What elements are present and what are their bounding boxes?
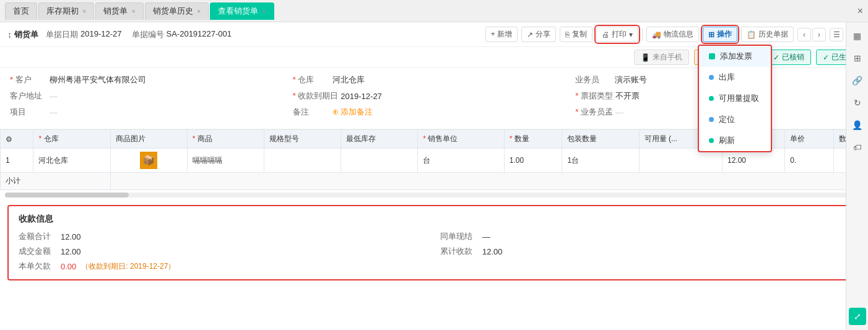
cell-unit: 台 <box>418 149 504 173</box>
new-button[interactable]: + 新增 <box>485 27 518 42</box>
refresh-icon <box>709 138 714 143</box>
horizontal-scrollbar[interactable] <box>5 193 863 198</box>
next-button[interactable]: › <box>812 28 826 41</box>
dropdown-add-invoice[interactable]: 添加发票 <box>699 46 771 67</box>
tab-inventory-init[interactable]: 库存期初 × <box>38 2 94 20</box>
col-product: 商品 <box>187 130 264 149</box>
cell-warehouse: 河北仓库 <box>33 149 110 173</box>
doc-header: ↕ 销货单 单据日期 2019-12-27 单据编号 SA-20191227-0… <box>0 22 868 47</box>
tab-sales-history[interactable]: 销货单历史 × <box>145 2 209 20</box>
sidebar-expand-icon[interactable]: ⤢ <box>849 308 866 325</box>
tab-view-sales-close[interactable]: × <box>262 7 266 15</box>
sidebar-layout2-icon[interactable]: ⊞ <box>849 50 866 67</box>
dropdown-menu: 添加发票 出库 可用量提取 定位 刷新 <box>698 45 772 152</box>
col-unit-price: 单价 <box>785 130 833 149</box>
col-spec: 规格型号 <box>264 130 341 149</box>
operate-button[interactable]: ⊞ 操作 <box>703 27 737 42</box>
operate-icon: ⊞ <box>708 30 714 39</box>
copy-icon: ⎘ <box>565 30 570 39</box>
history-icon: 📋 <box>747 30 756 39</box>
toolbar-right: + 新增 ↗ 分享 ⎘ 复制 🖨 打印 ▾ <box>485 27 861 42</box>
subtotal-label: 小计 <box>1 173 111 190</box>
doc-title: ↕ 销货单 <box>7 29 38 40</box>
from-phone-button[interactable]: 📱 来自手机 <box>634 50 689 65</box>
cell-min-stock <box>341 149 418 173</box>
owe-item: 本单欠款 0.00 （收款到期日: 2019-12-27） <box>19 261 428 272</box>
customer-field: 客户 柳州粤港平安气体有限公司 <box>10 74 293 85</box>
tab-sales-order[interactable]: 销货单 × <box>95 2 143 20</box>
sidebar-layout1-icon[interactable]: ▦ <box>849 27 866 45</box>
payment-date-field: 收款到期日 2019-12-27 <box>293 90 576 102</box>
sold-button[interactable]: ✓ 已核销 <box>766 50 811 65</box>
col-min-stock: 最低库存 <box>341 130 418 149</box>
col-warehouse: 仓库 <box>33 130 110 149</box>
check-circle-icon: ✓ <box>773 53 779 62</box>
sidebar-link-icon[interactable]: 🔗 <box>849 72 866 89</box>
outbound-icon <box>709 75 714 80</box>
cell-pkg-qty: 1台 <box>562 149 639 173</box>
payment-info-title: 收款信息 <box>19 214 849 225</box>
deal-amount-item: 成交金额 12.00 <box>19 246 428 257</box>
doc-meta: 单据日期 2019-12-27 单据编号 SA-20191227-001 <box>46 29 478 40</box>
product-thumbnail: 📦 <box>140 152 157 169</box>
subtotal-row: 小计 <box>1 173 868 190</box>
tab-bar: 首页 库存期初 × 销货单 × 销货单历史 × 查看销货单 × × <box>0 0 868 22</box>
separator <box>642 28 643 41</box>
scrollbar-thumb[interactable] <box>5 193 129 198</box>
address-field: 客户地址 — <box>10 90 293 102</box>
sidebar-tag-icon[interactable]: 🏷 <box>849 139 866 156</box>
col-unit: 销售单位 <box>418 130 504 149</box>
doc-date: 单据日期 2019-12-27 <box>46 29 122 40</box>
dropdown-locate[interactable]: 定位 <box>699 109 771 130</box>
sidebar-refresh-icon[interactable]: ↻ <box>849 94 866 111</box>
amount-total-item: 金额合计 12.00 <box>19 231 428 242</box>
plus-icon: ⊕ <box>332 107 339 116</box>
note-field: 备注 ⊕ 添加备注 <box>293 106 576 118</box>
cumulative-item: 累计收款 12.00 <box>440 246 849 257</box>
col-qty: 数量 <box>504 130 562 149</box>
subtotal-values <box>110 173 867 190</box>
effective-icon: ✓ <box>823 53 829 62</box>
locate-icon <box>709 117 714 122</box>
col-pkg-qty: 包装数量 <box>562 130 639 149</box>
cell-product: 嗝嗝嗝嗝 <box>187 149 264 173</box>
logistics-button[interactable]: 🚚 物流信息 <box>646 27 699 42</box>
sidebar-user-icon[interactable]: 👤 <box>849 116 866 134</box>
payment-info-grid: 金额合计 12.00 同单现结 — 成交金额 12.00 累计收款 <box>19 231 849 272</box>
dropdown-available-qty[interactable]: 可用量提取 <box>699 88 771 109</box>
cell-product-img: 📦 <box>110 149 187 173</box>
sales-order-icon: ↕ <box>7 30 12 40</box>
print-icon: 🖨 <box>602 30 609 39</box>
print-button[interactable]: 🖨 打印 ▾ <box>596 27 638 42</box>
warehouse-field: 仓库 河北仓库 <box>293 74 576 85</box>
tab-view-sales[interactable]: 查看销货单 × <box>210 2 274 20</box>
nav-arrows: ‹ › <box>797 28 826 41</box>
dropdown-outbound[interactable]: 出库 <box>699 67 771 88</box>
prev-button[interactable]: ‹ <box>797 28 811 41</box>
global-close-button[interactable]: × <box>857 6 863 17</box>
share-button[interactable]: ↗ 分享 <box>521 27 556 42</box>
same-order-item: 同单现结 — <box>440 231 849 242</box>
tab-sales-history-close[interactable]: × <box>197 7 201 15</box>
payment-info-panel: 收款信息 金额合计 12.00 同单现结 — 成交金额 12.00 <box>7 205 861 280</box>
cell-unit-price: 0. <box>785 149 833 173</box>
available-qty-icon <box>709 96 714 101</box>
list-view-button[interactable]: ☰ <box>830 28 843 41</box>
tab-sales-order-close[interactable]: × <box>131 7 135 15</box>
settings-icon: ⚙ <box>6 135 12 144</box>
add-note-button[interactable]: ⊕ 添加备注 <box>332 106 373 118</box>
history-button[interactable]: 📋 历史单据 <box>741 27 794 42</box>
copy-button[interactable]: ⎘ 复制 <box>560 27 592 42</box>
col-product-img: 商品图片 <box>110 130 187 149</box>
col-settings[interactable]: ⚙ <box>1 130 33 149</box>
cell-spec <box>264 149 341 173</box>
right-sidebar: ▦ ⊞ 🔗 ↻ 👤 🏷 ⤢ <box>846 22 868 330</box>
cell-qty: 1.00 <box>504 149 562 173</box>
doc-number: 单据编号 SA-20191227-001 <box>132 29 232 40</box>
tab-home[interactable]: 首页 <box>5 2 37 20</box>
share-icon: ↗ <box>527 30 533 39</box>
phone-icon: 📱 <box>641 53 650 62</box>
tab-inventory-init-close[interactable]: × <box>82 7 86 15</box>
dropdown-refresh[interactable]: 刷新 <box>699 130 771 151</box>
cell-num: 1 <box>1 149 33 173</box>
